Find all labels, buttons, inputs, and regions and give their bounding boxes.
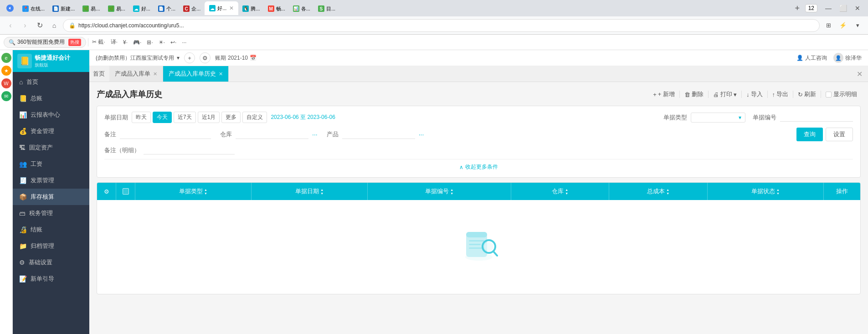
show-detail-check[interactable]: 显示明细 [822,88,861,100]
th-gear[interactable]: ⚙ [97,183,116,200]
mail-icon[interactable]: ✉ [1,91,11,101]
content-tab-bar: 首页 产成品入库单 ✕ 产成品入库单历史 ✕ ✕ [89,66,868,82]
close-button[interactable]: ✕ [851,2,864,15]
nav-item-newdoc[interactable]: 📝 新单引导 [13,271,89,287]
th-num[interactable]: 单据编号 ▲▼ [368,183,511,200]
breadcrumb-home[interactable]: 首页 [93,68,105,80]
browser-tab[interactable]: ☁ 好... [129,2,154,15]
date-btn-7days[interactable]: 近7天 [174,112,196,123]
company-selector[interactable]: (勿删勿禁用）江西服宝测试专用 ▾ [96,54,180,62]
nav-item-basic[interactable]: ⚙ 基础设置 [13,254,89,271]
sort-date-icon: ▲▼ [320,188,324,195]
nav-item-archive[interactable]: 📁 归档管理 [13,238,89,254]
nav-item-ledger[interactable]: 📒 总账 [13,90,89,107]
url-bar[interactable]: 🔒 https://cloud.chanjet.com/accounting/u… [63,19,820,32]
browser-tab[interactable]: M 畅... [264,2,289,15]
date-btn-1month[interactable]: 近1月 [198,112,220,123]
refresh-browser-button[interactable]: ↻ [34,20,46,31]
export-button[interactable]: ↑ 导出 [769,88,792,100]
app-logo[interactable]: 📒 畅捷通好会计 旗舰版 [13,50,89,72]
refresh-page-button[interactable]: ↻ 刷新 [794,88,820,100]
doc-num-input[interactable] [780,113,853,122]
orange-circle-icon[interactable]: ★ [1,66,11,76]
th-cost[interactable]: 总成本 ▲▼ [609,183,707,200]
maximize-button[interactable]: ⬜ [836,2,850,15]
browser-tab[interactable]: 📊 各... [289,2,314,15]
import-button[interactable]: ↓ 导入 [743,88,766,100]
product-dots-icon[interactable]: ··· [419,131,424,138]
warehouse-input[interactable] [236,130,308,139]
date-btn-yesterday[interactable]: 昨天 [132,112,151,123]
new-tab-button[interactable]: + [791,2,803,14]
browser-tab[interactable]: 📄 新建... [49,2,78,15]
back-button[interactable]: ‹ [5,20,16,31]
user-avatar-area[interactable]: 👤 徐泽华 [833,53,862,63]
home-browser-button[interactable]: ⌂ [48,20,60,31]
nav-item-salary[interactable]: 👥 工资 [13,156,89,172]
header-checkbox[interactable] [123,188,129,195]
th-type[interactable]: 单据类型 ▲▼ [135,183,252,200]
tab-list[interactable]: 产成品入库单 ✕ [109,66,163,82]
nav-item-invoice[interactable]: 🧾 发票管理 [13,172,89,189]
translate-tool[interactable]: 译· [109,38,119,46]
settings-company-button[interactable]: ⚙ [200,52,211,63]
nav-item-fixed[interactable]: 🏗 固定资产 [13,139,89,156]
lightning-icon[interactable]: ⚡ [837,20,849,31]
add-button[interactable]: + + 新增 [649,88,678,100]
browser-tab[interactable]: S 目... [314,2,339,15]
toolbar-search-box[interactable]: 🔍 360智能抠图免费用 热搜 [4,37,86,48]
remark-input[interactable] [120,130,211,139]
date-btn-more[interactable]: 更多 [221,112,241,123]
th-date[interactable]: 单据日期 ▲▼ [252,183,368,200]
show-detail-checkbox[interactable] [826,92,832,98]
yuan-tool[interactable]: ¥· [121,39,129,46]
th-status[interactable]: 单据状态 ▲▼ [708,183,824,200]
browser-tab[interactable]: 🌿 易... [104,2,129,15]
red-circle-icon[interactable]: W [1,78,11,88]
game-tool[interactable]: 🎮· [131,39,143,46]
nav-item-checkout[interactable]: 🔏 结账 [13,221,89,238]
tab-list-close-icon[interactable]: ✕ [153,71,157,77]
browser-tab-active[interactable]: ☁ 好... ✕ [205,1,238,15]
query-button[interactable]: 查询 [796,128,823,141]
browser-tab[interactable]: 🐧 腾... [239,2,263,15]
nav-item-tax[interactable]: 🗃 税务管理 [13,205,89,221]
tab-history[interactable]: 产成品入库单历史 ✕ [163,66,229,82]
browser-tab[interactable]: 📄 个... [154,2,179,15]
scissors-tool[interactable]: ✂ 截· [90,38,107,46]
detail-remark-input[interactable] [144,146,235,154]
date-btn-today[interactable]: 今天 [153,112,172,123]
nav-item-home[interactable]: ⌂ 首页 [13,74,89,90]
sun-tool[interactable]: ☀· [157,39,167,46]
undo-tool[interactable]: ↩· [169,39,178,46]
th-checkbox[interactable] [116,183,135,200]
minimize-button[interactable]: — [822,2,835,15]
tab-history-close-icon[interactable]: ✕ [219,71,223,77]
human-service-button[interactable]: 👤 人工咨询 [796,54,827,62]
more-tools[interactable]: ··· [180,39,188,46]
nav-item-reports[interactable]: 📊 云报表中心 [13,107,89,123]
extensions-icon[interactable]: ⊞ [822,20,834,31]
th-warehouse[interactable]: 仓库 ▲▼ [511,183,609,200]
setting-button[interactable]: 设置 [826,128,853,141]
warehouse-dots-icon[interactable]: ··· [312,131,318,138]
calendar-icon[interactable]: 📅 [250,55,257,61]
doc-type-select[interactable]: ▾ [691,113,745,123]
close-panel-button[interactable]: ✕ [851,66,868,82]
nav-item-inventory[interactable]: 📦 库存核算 [13,189,89,205]
tab-close-icon[interactable]: ✕ [229,5,234,11]
grid-tool[interactable]: ⊞· [145,39,154,46]
add-company-button[interactable]: + [184,52,195,63]
forward-button[interactable]: › [19,20,31,31]
date-btn-custom[interactable]: 自定义 [242,112,267,123]
collapse-button[interactable]: ∧ 收起更多条件 [104,159,853,172]
print-button[interactable]: 🖨 打印 ▾ [709,88,740,100]
browser-tab[interactable]: C 企... [180,2,204,15]
browser-tab[interactable]: 🌿 易... [79,2,103,15]
chevron-down-addr-icon[interactable]: ▾ [852,20,863,31]
nav-item-funds[interactable]: 💰 资金管理 [13,123,89,139]
delete-button[interactable]: 🗑 删除 [681,88,707,100]
browser-tab[interactable]: 📍 在线... [19,2,48,15]
product-input[interactable] [342,130,415,139]
green-circle-icon[interactable]: e [1,53,11,63]
